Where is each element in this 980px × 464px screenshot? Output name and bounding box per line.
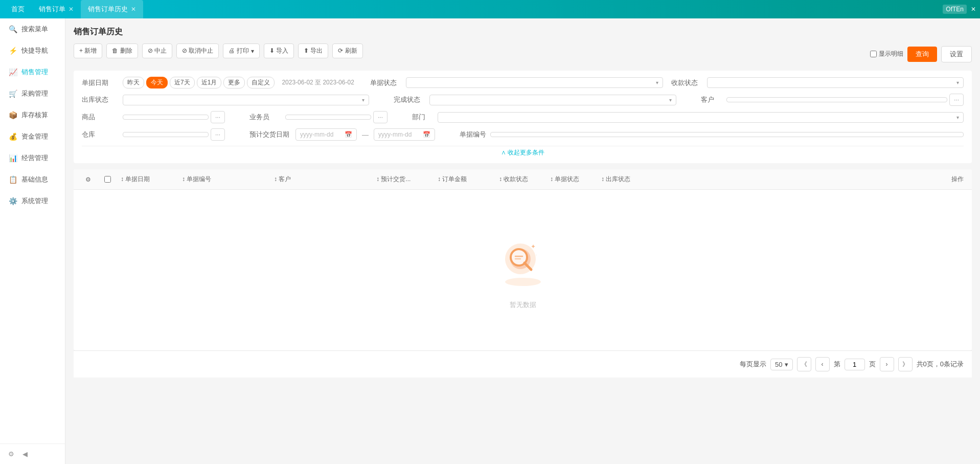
- empty-text: 暂无数据: [510, 300, 536, 310]
- delivery-date-start[interactable]: yyyy-mm-dd 📅: [295, 128, 357, 141]
- content-area: 销售订单历史 + 新增 🗑 删除 ⊘ 中止 ⊘ 取消中止 🖨 打印 ▾ ⬇ 导入…: [65, 18, 980, 464]
- select-all-checkbox[interactable]: [104, 176, 111, 183]
- total-text: 共0页，0条记录: [917, 360, 964, 369]
- select-salesperson[interactable]: [285, 115, 371, 120]
- date-btn-yesterday[interactable]: 昨天: [123, 77, 144, 89]
- label-payment-status: 收款状态: [671, 78, 707, 87]
- th-amount-label: ↕ 订单金额: [438, 175, 467, 184]
- salesperson-ellipsis[interactable]: ···: [373, 111, 388, 123]
- btn-stop[interactable]: ⊘ 中止: [142, 43, 172, 58]
- tab-sales-order[interactable]: 销售订单 ✕: [32, 0, 81, 18]
- prev-page-btn[interactable]: ‹: [815, 357, 830, 371]
- select-bill-status[interactable]: ▾: [406, 77, 663, 88]
- sidebar-item-inventory[interactable]: 📦 库存核算: [0, 104, 65, 126]
- top-bar: 首页 销售订单 ✕ 销售订单历史 ✕ OfTEn ✕: [0, 0, 980, 18]
- select-department[interactable]: ▾: [438, 112, 964, 123]
- empty-icon: ✦ ·: [492, 231, 554, 292]
- tab-sales-history[interactable]: 销售订单历史 ✕: [81, 0, 143, 18]
- sidebar-item-quicknav[interactable]: ⚡ 快捷导航: [0, 40, 65, 61]
- th-operation: 操作: [648, 175, 968, 184]
- btn-delete[interactable]: 🗑 删除: [106, 43, 138, 58]
- sidebar-item-purchase[interactable]: 🛒 采购管理: [0, 83, 65, 104]
- select-payment-status[interactable]: ▾: [707, 77, 964, 88]
- th-settings[interactable]: ⚙: [78, 176, 98, 183]
- th-payment-status: ↕ 收款状态: [495, 175, 546, 184]
- collapse-bar[interactable]: ∧ 收起更多条件: [82, 146, 964, 157]
- tab-sales-history-close[interactable]: ✕: [131, 6, 136, 13]
- sidebar-item-finance[interactable]: 💰 资金管理: [0, 126, 65, 147]
- display-toggle-checkbox[interactable]: [870, 51, 877, 57]
- th-bill-status: ↕ 单据状态: [546, 175, 597, 184]
- sidebar-item-system[interactable]: ⚙️ 系统管理: [0, 190, 65, 212]
- sidebar-item-purchase-label: 采购管理: [21, 89, 48, 98]
- date-btn-custom[interactable]: 自定义: [247, 77, 275, 89]
- sidebar-item-search[interactable]: 🔍 搜索菜单: [0, 18, 65, 40]
- btn-add[interactable]: + 新增: [74, 43, 102, 58]
- page-title: 销售订单历史: [74, 27, 972, 37]
- main-layout: 🔍 搜索菜单 ⚡ 快捷导航 📈 销售管理 🛒 采购管理 📦 库存核算 💰 资金管…: [0, 18, 980, 464]
- svg-text:·: ·: [536, 253, 537, 257]
- tab-sales-order-close[interactable]: ✕: [69, 6, 74, 13]
- goods-ellipsis[interactable]: ···: [211, 111, 225, 123]
- search-icon: 🔍: [8, 25, 17, 34]
- svg-text:✦: ✦: [531, 243, 536, 250]
- last-page-btn[interactable]: 》: [898, 357, 913, 371]
- th-checkbox[interactable]: [98, 176, 117, 183]
- select-warehouse[interactable]: [123, 132, 209, 137]
- toolbar: + 新增 🗑 删除 ⊘ 中止 ⊘ 取消中止 🖨 打印 ▾ ⬇ 导入 ⬆ 导出 ⟳…: [74, 43, 363, 58]
- page-size-label: 每页显示: [740, 360, 766, 369]
- sidebar-item-operation[interactable]: 📊 经营管理: [0, 147, 65, 169]
- btn-import[interactable]: ⬇ 导入: [264, 43, 294, 58]
- warehouse-ellipsis[interactable]: ···: [211, 128, 225, 141]
- first-page-btn[interactable]: 《: [797, 357, 811, 371]
- topbar-close-icon[interactable]: ✕: [971, 6, 976, 13]
- sidebar-settings-icon[interactable]: ⚙: [8, 450, 14, 458]
- date-quick-btns: 昨天 今天 近7天 近1月 更多 自定义: [123, 77, 275, 89]
- tab-sales-order-label: 销售订单: [39, 5, 65, 14]
- label-bill-date: 单据日期: [82, 78, 123, 87]
- select-goods[interactable]: [123, 115, 209, 120]
- date-btn-7days[interactable]: 近7天: [170, 77, 195, 89]
- sidebar-item-basic-label: 基础信息: [21, 175, 48, 184]
- next-page-btn[interactable]: ›: [880, 357, 894, 371]
- filter-panel: 单据日期 昨天 今天 近7天 近1月 更多 自定义 2023-06-02 至 2…: [74, 71, 972, 163]
- sidebar-item-search-label: 搜索菜单: [21, 25, 48, 34]
- page-size-value: 50: [775, 361, 782, 368]
- display-toggle[interactable]: 显示明细: [870, 50, 903, 58]
- date-btn-more[interactable]: 更多: [223, 77, 245, 89]
- operation-icon: 📊: [8, 153, 17, 163]
- th-delivery-date: ↕ 预计交货...: [372, 175, 434, 184]
- page-size-select[interactable]: 50 ▾: [770, 359, 792, 370]
- empty-state: ✦ · 暂无数据: [74, 190, 972, 350]
- sidebar-item-finance-label: 资金管理: [21, 132, 48, 141]
- sidebar-collapse-icon[interactable]: ◀: [22, 450, 28, 458]
- btn-cancel-stop[interactable]: ⊘ 取消中止: [176, 43, 219, 58]
- btn-print-label: 🖨 打印: [229, 47, 248, 55]
- date-range-text: 2023-06-02 至 2023-06-02: [282, 78, 354, 87]
- page-input[interactable]: [845, 359, 865, 370]
- page-size-arrow: ▾: [785, 361, 788, 368]
- input-bill-number[interactable]: [490, 132, 964, 137]
- label-delivery-status: 出库状态: [82, 95, 123, 104]
- btn-query[interactable]: 查询: [907, 47, 937, 62]
- btn-setting[interactable]: 设置: [941, 46, 972, 62]
- delivery-date-end[interactable]: yyyy-mm-dd 📅: [374, 128, 435, 141]
- th-delivery-status: ↕ 出库状态: [597, 175, 648, 184]
- btn-print[interactable]: 🖨 打印 ▾: [223, 43, 259, 58]
- sidebar-item-sales-label: 销售管理: [21, 68, 48, 77]
- customer-ellipsis[interactable]: ···: [949, 94, 964, 106]
- sidebar-item-sales[interactable]: 📈 销售管理: [0, 61, 65, 83]
- tab-home[interactable]: 首页: [4, 0, 32, 18]
- select-complete-status[interactable]: ▾: [429, 95, 676, 105]
- th-bill-date-label: ↕ 单据日期: [121, 175, 150, 184]
- sidebar-item-basic[interactable]: 📋 基础信息: [0, 169, 65, 190]
- select-delivery-status[interactable]: ▾: [123, 95, 369, 105]
- date-quick-controls: 昨天 今天 近7天 近1月 更多 自定义 2023-06-02 至 2023-0…: [123, 77, 370, 89]
- label-complete-status: 完成状态: [394, 95, 429, 104]
- th-operation-label: 操作: [951, 175, 964, 184]
- select-customer[interactable]: [726, 97, 947, 102]
- date-btn-today[interactable]: 今天: [146, 77, 168, 89]
- btn-refresh[interactable]: ⟳ 刷新: [332, 43, 362, 58]
- btn-export[interactable]: ⬆ 导出: [298, 43, 328, 58]
- date-btn-1month[interactable]: 近1月: [197, 77, 222, 89]
